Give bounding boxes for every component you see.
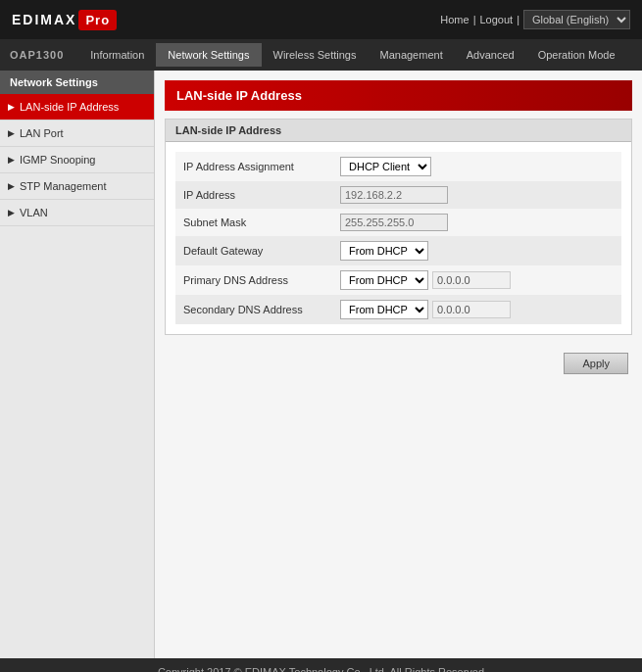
nav-item-network-settings[interactable]: Network Settings: [156, 43, 261, 67]
secondary-dns-group: From DHCP Manual: [340, 300, 614, 319]
sidebar-item-label: LAN-side IP Address: [20, 101, 119, 113]
ip-assignment-label: IP Address Assignment: [175, 152, 332, 181]
primary-dns-select[interactable]: From DHCP Manual: [340, 270, 428, 290]
nav-item-advanced[interactable]: Advanced: [455, 43, 526, 67]
sidebar-item-igmp-snooping[interactable]: ▶ IGMP Snooping: [0, 147, 154, 173]
nav-item-information[interactable]: Information: [78, 43, 156, 67]
default-gateway-select[interactable]: From DHCP Manual: [340, 241, 428, 261]
card-header: LAN-side IP Address: [166, 120, 631, 142]
sidebar-item-lan-side-ip[interactable]: ▶ LAN-side IP Address: [0, 94, 154, 120]
separator2: |: [517, 14, 519, 25]
logo-area: EDIMAX Pro: [12, 10, 117, 30]
pro-logo-box: Pro: [78, 10, 117, 30]
ip-address-label: IP Address: [175, 181, 332, 209]
lan-ip-card: LAN-side IP Address IP Address Assignmen…: [165, 119, 632, 335]
ip-address-input[interactable]: [340, 186, 448, 204]
primary-dns-row: Primary DNS Address From DHCP Manual: [175, 265, 621, 295]
sidebar: Network Settings ▶ LAN-side IP Address ▶…: [0, 71, 155, 658]
footer: Copyright 2017 © EDIMAX Technology Co., …: [0, 658, 642, 672]
navbar: OAP1300 Information Network Settings Wir…: [0, 39, 642, 71]
subnet-mask-input[interactable]: [340, 214, 448, 231]
nav-item-management[interactable]: Management: [368, 43, 454, 67]
secondary-dns-row: Secondary DNS Address From DHCP Manual: [175, 295, 621, 324]
page-heading: LAN-side IP Address: [165, 80, 632, 111]
main-container: Network Settings ▶ LAN-side IP Address ▶…: [0, 71, 642, 658]
sidebar-item-label: VLAN: [20, 207, 48, 218]
default-gateway-label: Default Gateway: [175, 236, 332, 265]
arrow-icon: ▶: [8, 155, 15, 165]
subnet-mask-value-cell: [332, 209, 621, 236]
edimax-logo-text: EDIMAX: [12, 12, 76, 27]
arrow-icon: ▶: [8, 102, 15, 112]
sidebar-title: Network Settings: [0, 71, 154, 94]
arrow-icon: ▶: [8, 181, 15, 191]
card-body: IP Address Assignment DHCP Client Static…: [166, 142, 631, 334]
subnet-mask-row: Subnet Mask: [175, 209, 621, 236]
subnet-mask-label: Subnet Mask: [175, 209, 332, 236]
primary-dns-group: From DHCP Manual: [340, 270, 614, 290]
sidebar-item-vlan[interactable]: ▶ VLAN: [0, 200, 154, 226]
primary-dns-label: Primary DNS Address: [175, 265, 332, 295]
footer-text: Copyright 2017 © EDIMAX Technology Co., …: [158, 666, 484, 672]
separator1: |: [473, 14, 476, 25]
secondary-dns-value-cell: From DHCP Manual: [332, 295, 621, 324]
arrow-icon: ▶: [8, 128, 15, 138]
sidebar-item-label: IGMP Snooping: [20, 154, 95, 166]
nav-item-wireless-settings[interactable]: Wireless Settings: [262, 43, 369, 67]
apply-button[interactable]: Apply: [564, 353, 628, 374]
arrow-icon: ▶: [8, 208, 15, 217]
ip-assignment-select[interactable]: DHCP Client Static IP: [340, 157, 431, 176]
nav-item-operation-mode[interactable]: Operation Mode: [526, 43, 627, 67]
secondary-dns-select[interactable]: From DHCP Manual: [340, 300, 428, 319]
ip-address-row: IP Address: [175, 181, 621, 209]
logout-link[interactable]: Logout: [479, 14, 513, 25]
apply-row: Apply: [165, 345, 632, 382]
pro-logo-text: Pro: [85, 13, 110, 27]
ip-assignment-value-cell: DHCP Client Static IP: [332, 152, 621, 181]
sidebar-item-label: LAN Port: [20, 127, 64, 139]
nav-brand: OAP1300: [10, 49, 64, 61]
form-table: IP Address Assignment DHCP Client Static…: [175, 152, 621, 324]
primary-dns-value-cell: From DHCP Manual: [332, 265, 621, 295]
secondary-dns-ip[interactable]: [432, 301, 511, 318]
language-select[interactable]: Global (English): [523, 10, 630, 29]
header-right: Home | Logout | Global (English): [440, 10, 630, 29]
sidebar-item-lan-port[interactable]: ▶ LAN Port: [0, 120, 154, 147]
primary-dns-ip[interactable]: [432, 271, 511, 289]
ip-address-value-cell: [332, 181, 621, 209]
secondary-dns-label: Secondary DNS Address: [175, 295, 332, 324]
default-gateway-value-cell: From DHCP Manual: [332, 236, 621, 265]
header: EDIMAX Pro Home | Logout | Global (Engli…: [0, 0, 642, 39]
content: LAN-side IP Address LAN-side IP Address …: [155, 71, 642, 658]
default-gateway-row: Default Gateway From DHCP Manual: [175, 236, 621, 265]
sidebar-item-label: STP Management: [20, 180, 106, 192]
home-link[interactable]: Home: [440, 14, 469, 25]
sidebar-item-stp-management[interactable]: ▶ STP Management: [0, 173, 154, 200]
ip-assignment-row: IP Address Assignment DHCP Client Static…: [175, 152, 621, 181]
